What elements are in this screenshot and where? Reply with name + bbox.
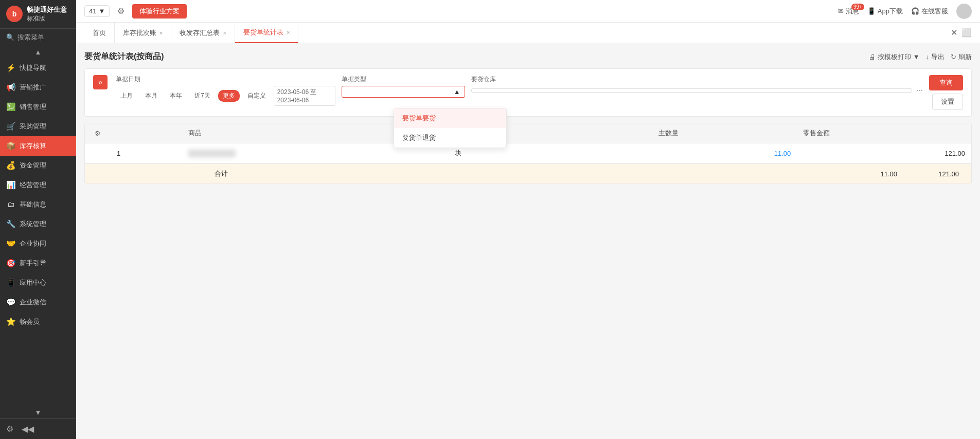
tab-order-stats[interactable]: 要货单统计表 × (235, 23, 298, 43)
tab-receive-summary-close[interactable]: × (223, 30, 226, 36)
sidebar-item-label: 基础信息 (20, 200, 46, 209)
company-selector[interactable]: 41 ▼ (84, 5, 110, 17)
refresh-button[interactable]: ↻ 刷新 (951, 52, 972, 62)
footer-amount: 121.00 (903, 170, 965, 178)
page-content: 要货单统计表(按商品) 🖨 按模板打印 ▼ ↓ 导出 ↻ 刷新 (76, 43, 980, 439)
online-service-button[interactable]: 🎧 在线客服 (911, 7, 948, 16)
sidebar-item-newbie[interactable]: 🎯 新手引导 (0, 253, 76, 273)
dropdown-item-order-goods[interactable]: 要货单要货 (394, 108, 506, 128)
sidebar-item-label: 销售管理 (20, 102, 46, 112)
filter-expand-button[interactable]: » (93, 75, 108, 89)
sidebar-settings-icon[interactable]: ⚙ (6, 424, 13, 434)
date-btn-more[interactable]: 更多 (218, 90, 240, 102)
sidebar-scroll-up[interactable]: ▲ (0, 46, 76, 58)
row-empty (85, 143, 111, 163)
tab-receive-summary[interactable]: 收发存汇总表 × (171, 23, 235, 43)
tabs-close-all-icon[interactable]: ✕ (951, 28, 957, 38)
sidebar-item-sales[interactable]: 💹 销售管理 (0, 97, 76, 117)
expand-icon: » (98, 78, 102, 86)
app-name: 畅捷通好生意 (27, 5, 67, 14)
table-footer: 合计 11.00 121.00 (85, 163, 971, 184)
query-button[interactable]: 查询 (929, 75, 963, 90)
tab-stock-batch[interactable]: 库存批次账 × (115, 23, 171, 43)
tab-home[interactable]: 首页 (84, 23, 115, 43)
inventory-icon: 📦 (6, 141, 15, 151)
sidebar-item-vip[interactable]: ⭐ 畅会员 (0, 312, 76, 332)
messages-badge: 99+ (851, 4, 864, 10)
table-body: 1 ██████████ 块 11.00 121.00 (85, 143, 971, 163)
tab-order-stats-close[interactable]: × (287, 29, 290, 35)
tab-receive-summary-label: 收发存汇总表 (180, 28, 220, 38)
date-btn-last-month[interactable]: 上月 (116, 89, 137, 102)
sidebar-item-label: 企业协同 (20, 239, 46, 248)
company-selector-value: 41 (89, 7, 96, 15)
topbar-right: ✉ 消息 99+ 📱 App下载 🎧 在线客服 (838, 4, 972, 19)
messages-button[interactable]: ✉ 消息 99+ (838, 7, 859, 16)
date-btn-custom[interactable]: 自定义 (243, 89, 271, 102)
vip-icon: ⭐ (6, 317, 15, 326)
app-edition: 标准版 (27, 14, 67, 23)
trial-button[interactable]: 体验行业方案 (132, 4, 187, 19)
table-col-settings[interactable]: ⚙ (85, 123, 111, 143)
filter-buttons: 查询 设置 (929, 75, 963, 110)
sidebar-item-label: 经营管理 (20, 180, 46, 190)
sidebar-item-label: 营销推广 (20, 83, 46, 92)
sidebar-item-purchase[interactable]: 🛒 采购管理 (0, 117, 76, 136)
sidebar-item-base-info[interactable]: 🗂 基础信息 (0, 195, 76, 214)
footer-label: 合计 (215, 169, 228, 178)
sidebar-item-wechat[interactable]: 💬 企业微信 (0, 292, 76, 312)
sidebar-item-system[interactable]: 🔧 系统管理 (0, 214, 76, 234)
sidebar-item-quick-nav[interactable]: ⚡ 快捷导航 (0, 58, 76, 78)
table-col-amount: 零售金额 (797, 123, 971, 143)
date-btn-7days[interactable]: 近7天 (190, 89, 215, 102)
sidebar-item-finance[interactable]: 💰 资金管理 (0, 156, 76, 175)
refresh-icon: ↻ (951, 53, 956, 61)
tab-home-label: 首页 (93, 28, 106, 38)
tab-stock-batch-close[interactable]: × (159, 30, 163, 36)
data-table: ⚙ 商品 主计量单位 主数量 零售金额 1 ██████████ (85, 123, 971, 163)
date-btn-this-month[interactable]: 本月 (140, 89, 162, 102)
app-download-button[interactable]: 📱 App下载 (867, 7, 903, 16)
search-icon: 🔍 (6, 33, 14, 41)
sidebar: b 畅捷通好生意 标准版 🔍 搜索菜单 ▲ ⚡ 快捷导航 📢 营销推广 💹 销售… (0, 0, 76, 439)
sidebar-scroll-down[interactable]: ▼ (0, 407, 76, 418)
sales-icon: 💹 (6, 102, 15, 112)
selector-chevron-icon: ▼ (98, 7, 105, 15)
table-settings-icon[interactable]: ⚙ (95, 130, 101, 137)
marketing-icon: 📢 (6, 83, 15, 92)
sidebar-item-operations[interactable]: 📊 经营管理 (0, 175, 76, 195)
tabs-maximize-icon[interactable]: ⬜ (961, 28, 972, 38)
search-menu[interactable]: 🔍 搜索菜单 (0, 29, 76, 46)
finance-icon: 💰 (6, 161, 15, 170)
filter-warehouse-select[interactable] (471, 88, 912, 93)
filter-type-label: 单据类型 (342, 75, 465, 84)
sidebar-item-marketing[interactable]: 📢 营销推广 (0, 78, 76, 97)
sidebar-item-inventory[interactable]: 📦 库存核算 (0, 136, 76, 156)
export-button[interactable]: ↓ 导出 (926, 52, 945, 62)
print-chevron-icon: ▼ (913, 53, 920, 61)
sidebar-collapse-icon[interactable]: ◀◀ (22, 424, 34, 434)
sidebar-item-label: 快捷导航 (20, 63, 46, 72)
user-avatar[interactable] (956, 4, 972, 19)
tab-order-stats-label: 要货单统计表 (243, 28, 283, 37)
print-button[interactable]: 🖨 按模板打印 ▼ (869, 52, 920, 62)
filter-type-select[interactable]: ▲ (342, 86, 465, 98)
enterprise-icon: 🤝 (6, 239, 15, 248)
sidebar-item-enterprise[interactable]: 🤝 企业协同 (0, 234, 76, 253)
row-index: 1 (111, 143, 182, 163)
page-actions: 🖨 按模板打印 ▼ ↓ 导出 ↻ 刷新 (869, 52, 972, 62)
page-title: 要货单统计表(按商品) (84, 51, 164, 62)
sidebar-item-label: 采购管理 (20, 122, 46, 131)
sidebar-bottom: ⚙ ◀◀ (0, 418, 76, 439)
sidebar-item-app-center[interactable]: 📱 应用中心 (0, 273, 76, 292)
sidebar-item-label: 系统管理 (20, 220, 46, 229)
topbar-gear-button[interactable]: ⚙ (114, 4, 128, 19)
dropdown-item-order-return[interactable]: 要货单退货 (394, 128, 506, 148)
date-btn-this-year[interactable]: 本年 (165, 89, 187, 102)
app-download-label: App下载 (878, 7, 903, 16)
logo-icon: b (6, 6, 23, 22)
filter-settings-button[interactable]: 设置 (932, 94, 963, 110)
date-range-input[interactable]: 2023-05-06 至 2023-06-06 (274, 86, 335, 106)
type-dropdown-menu: 要货单要货 要货单退货 (394, 108, 507, 148)
filter-warehouse-more-icon[interactable]: ··· (916, 86, 923, 95)
